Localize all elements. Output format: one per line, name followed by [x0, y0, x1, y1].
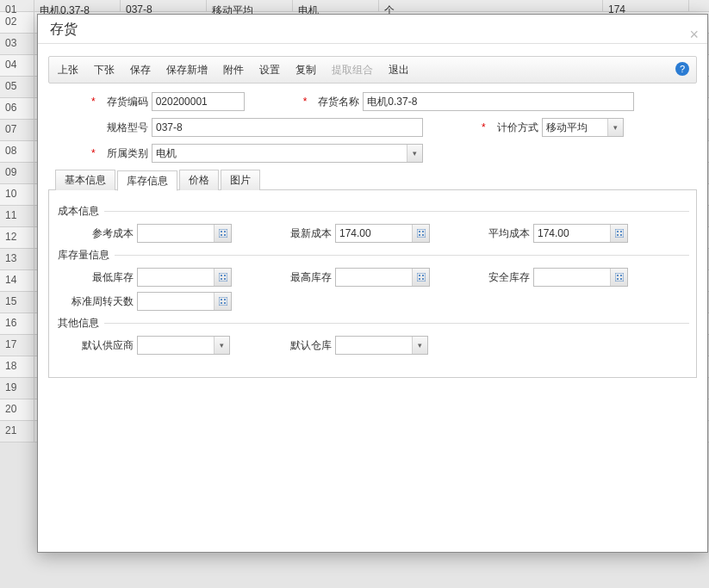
svg-rect-11	[617, 231, 619, 232]
save-new-button[interactable]: 保存新增	[166, 63, 208, 77]
safe-stock-label: 安全库存	[452, 270, 530, 285]
svg-rect-12	[620, 231, 622, 232]
turnover-input[interactable]	[137, 292, 232, 311]
bg-rownum: 01	[0, 0, 34, 11]
next-button[interactable]: 下张	[94, 63, 115, 77]
exit-button[interactable]: 退出	[389, 63, 409, 77]
calculator-icon[interactable]	[610, 225, 627, 242]
prev-button[interactable]: 上张	[58, 63, 78, 77]
toolbar: 上张 下张 保存 保存新增 附件 设置 复制 提取组合 退出 ?	[48, 56, 697, 84]
spec-label: 规格型号	[98, 121, 148, 135]
warehouse-label: 默认仓库	[254, 338, 332, 353]
pricing-value: 移动平均	[543, 121, 607, 135]
help-icon[interactable]: ?	[675, 62, 689, 76]
svg-rect-29	[620, 278, 622, 280]
tab-basic[interactable]: 基本信息	[55, 170, 115, 190]
svg-rect-15	[219, 273, 227, 282]
section-cost: 成本信息	[58, 204, 689, 219]
calculator-icon[interactable]	[412, 269, 429, 286]
svg-rect-20	[417, 273, 426, 282]
code-input[interactable]	[152, 92, 245, 111]
svg-rect-27	[620, 275, 622, 276]
min-stock-label: 最低库存	[56, 270, 134, 285]
svg-rect-16	[221, 275, 222, 276]
svg-rect-28	[617, 278, 619, 280]
latest-cost-label: 最新成本	[254, 226, 332, 241]
required-mark: *	[482, 121, 486, 133]
svg-rect-5	[417, 229, 426, 238]
turnover-label: 标准周转天数	[56, 294, 134, 309]
name-input[interactable]	[363, 92, 634, 111]
warehouse-select[interactable]: ▾	[335, 336, 428, 355]
dialog-title: 存货 ×	[38, 15, 707, 44]
category-label: 所属类别	[98, 146, 148, 161]
calculator-icon[interactable]	[214, 269, 231, 286]
calculator-icon[interactable]	[610, 269, 627, 286]
ref-cost-label: 参考成本	[56, 226, 134, 241]
avg-cost-input[interactable]: 174.00	[533, 224, 628, 243]
svg-rect-3	[221, 234, 222, 236]
svg-rect-33	[221, 302, 222, 304]
svg-rect-21	[419, 275, 420, 276]
chevron-down-icon[interactable]: ▾	[214, 337, 229, 354]
svg-rect-7	[422, 231, 424, 232]
svg-rect-1	[221, 231, 222, 232]
tab-image[interactable]: 图片	[221, 170, 260, 190]
avg-cost-label: 平均成本	[452, 226, 530, 241]
svg-rect-4	[224, 234, 226, 236]
latest-cost-input[interactable]: 174.00	[335, 224, 430, 243]
form-area: * 存货编码 * 存货名称 规格型号 * 计价方式 移动平均 ▾	[38, 84, 707, 163]
code-label: 存货编码	[98, 95, 148, 109]
required-mark: *	[91, 147, 96, 159]
svg-rect-8	[419, 234, 420, 236]
svg-rect-31	[221, 299, 222, 300]
category-select[interactable]: 电机 ▾	[152, 144, 423, 163]
svg-rect-17	[224, 275, 226, 276]
settings-button[interactable]: 设置	[259, 63, 280, 77]
svg-rect-32	[224, 299, 226, 300]
svg-rect-34	[224, 302, 226, 304]
svg-rect-23	[419, 278, 420, 280]
inventory-dialog: 存货 × 上张 下张 保存 保存新增 附件 设置 复制 提取组合 退出 ? * …	[37, 14, 708, 553]
chevron-down-icon[interactable]: ▾	[607, 119, 623, 136]
tab-price[interactable]: 价格	[179, 170, 219, 190]
copy-button[interactable]: 复制	[295, 63, 316, 77]
ref-cost-input[interactable]	[137, 224, 232, 243]
calculator-icon[interactable]	[214, 225, 231, 242]
pricing-label: 计价方式	[488, 121, 538, 135]
supplier-label: 默认供应商	[56, 338, 134, 353]
svg-rect-18	[221, 278, 222, 280]
chevron-down-icon[interactable]: ▾	[407, 145, 422, 162]
tab-stock[interactable]: 库存信息	[117, 170, 177, 191]
safe-stock-input[interactable]	[533, 268, 628, 287]
bg-header-row: 01 电机0.37-8 037-8 移动平均 电机 个 174	[0, 0, 709, 12]
required-mark: *	[303, 96, 308, 108]
max-stock-input[interactable]	[335, 268, 430, 287]
save-button[interactable]: 保存	[130, 63, 151, 77]
category-value: 电机	[152, 146, 407, 161]
required-mark: *	[91, 96, 96, 108]
extract-button: 提取组合	[332, 63, 373, 77]
svg-rect-25	[615, 273, 624, 282]
svg-rect-24	[422, 278, 424, 280]
tab-panel-stock: 成本信息 参考成本 最新成本174.00 平均成本174.00 库存量信息 最低…	[48, 190, 697, 378]
dialog-title-text: 存货	[50, 22, 78, 36]
svg-rect-19	[224, 278, 226, 280]
close-icon[interactable]: ×	[689, 20, 699, 49]
svg-rect-22	[422, 275, 424, 276]
pricing-select[interactable]: 移动平均 ▾	[542, 118, 624, 137]
calculator-icon[interactable]	[214, 293, 231, 310]
attachment-button[interactable]: 附件	[223, 63, 244, 77]
svg-rect-30	[219, 297, 227, 306]
name-label: 存货名称	[309, 95, 359, 109]
max-stock-label: 最高库存	[254, 270, 332, 285]
svg-rect-14	[620, 234, 622, 236]
min-stock-input[interactable]	[137, 268, 232, 287]
svg-rect-2	[224, 231, 226, 232]
calculator-icon[interactable]	[412, 225, 429, 242]
spec-input[interactable]	[152, 118, 423, 137]
svg-rect-6	[419, 231, 420, 232]
supplier-select[interactable]: ▾	[137, 336, 230, 355]
chevron-down-icon[interactable]: ▾	[412, 337, 427, 354]
tabs: 基本信息 库存信息 价格 图片	[48, 170, 697, 190]
